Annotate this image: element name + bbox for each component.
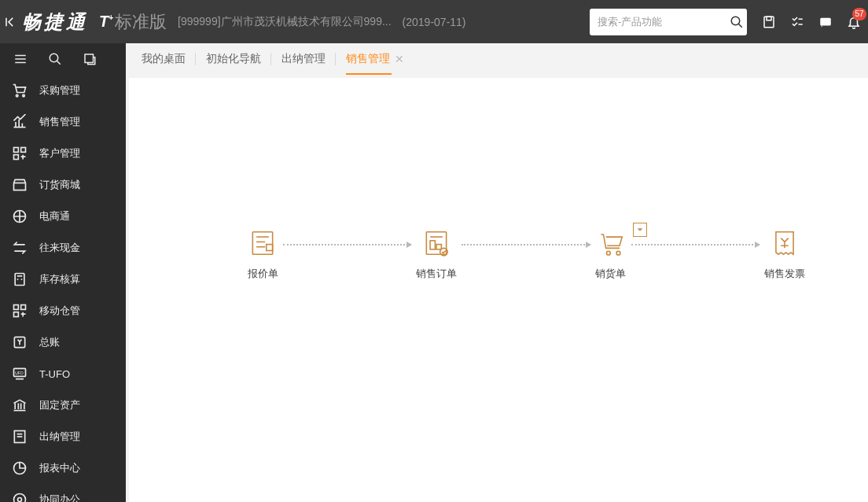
- flow-label: 销售发票: [764, 267, 805, 281]
- svg-rect-24: [21, 305, 26, 310]
- pie-icon: [11, 460, 28, 477]
- sidebar-item-label: 往来现金: [39, 241, 80, 255]
- message-icon[interactable]: [811, 0, 840, 43]
- store-icon: [11, 176, 28, 194]
- svg-rect-19: [15, 274, 24, 286]
- svg-line-1: [738, 24, 742, 28]
- sidebar-item-label: 报表中心: [39, 461, 80, 475]
- flow-dropdown-icon[interactable]: [633, 223, 647, 237]
- tab-init[interactable]: 初始化导航: [206, 43, 261, 75]
- receipt-icon: [11, 428, 28, 445]
- edition-t: T: [99, 13, 108, 30]
- tab-desktop[interactable]: 我的桌面: [142, 43, 186, 75]
- sidebar-item-sales[interactable]: 销售管理: [0, 106, 126, 138]
- svg-point-13: [16, 94, 18, 97]
- sidebar-item-label: 电商通: [39, 209, 70, 223]
- flow-node-delivery[interactable]: 销货单: [595, 227, 627, 281]
- sidebar-item-ecommerce[interactable]: 电商通: [0, 201, 126, 232]
- flow-label: 销售订单: [416, 267, 457, 281]
- company-name: [999999]广州市茂沃机械技术有限公司999...: [178, 15, 392, 29]
- flow-node-order[interactable]: 销售订单: [416, 227, 457, 281]
- quote-icon: [247, 227, 278, 259]
- search-nav-icon[interactable]: [47, 51, 63, 67]
- tab-sales[interactable]: 销售管理 ✕: [346, 43, 404, 75]
- sidebar-item-mobile-warehouse[interactable]: 移动仓管: [0, 295, 126, 327]
- sidebar-item-assets[interactable]: 固定资产: [0, 389, 126, 421]
- sidebar-item-label: 客户管理: [39, 146, 80, 161]
- expand-icon[interactable]: [82, 51, 97, 67]
- brand-logo: 畅捷通: [22, 9, 99, 35]
- app-header: 畅捷通 T+ 标准版 [999999]广州市茂沃机械技术有限公司999... (…: [0, 0, 868, 43]
- sidebar-item-ledger[interactable]: 总账: [0, 327, 126, 358]
- calculator-icon: [11, 271, 28, 288]
- svg-point-47: [616, 251, 620, 255]
- globe-icon: [11, 208, 28, 225]
- back-button[interactable]: [0, 0, 22, 43]
- exchange-icon: [11, 239, 28, 257]
- flow-arrow: [631, 244, 760, 245]
- flow-node-quote[interactable]: 报价单: [247, 227, 278, 281]
- sidebar-top-tools: [0, 43, 126, 75]
- notification-icon[interactable]: 57: [840, 0, 868, 43]
- close-icon[interactable]: ✕: [395, 53, 404, 65]
- notification-badge: 57: [852, 8, 866, 20]
- tab-label: 初始化导航: [206, 52, 261, 66]
- svg-line-11: [57, 61, 61, 65]
- svg-rect-6: [820, 17, 831, 25]
- svg-rect-15: [14, 148, 19, 153]
- svg-point-10: [50, 54, 58, 62]
- save-icon[interactable]: [755, 0, 783, 43]
- sales-flow: 报价单 销售订单 销货单: [247, 227, 805, 281]
- sidebar-item-cashier[interactable]: 出纳管理: [0, 421, 126, 452]
- flow-label: 报价单: [248, 267, 278, 281]
- chart-up-icon: [11, 113, 28, 131]
- svg-rect-17: [14, 155, 19, 160]
- sidebar-item-label: 出纳管理: [39, 430, 80, 444]
- sidebar-item-purchase[interactable]: 采购管理: [0, 75, 126, 106]
- sidebar-item-label: 订货商城: [39, 178, 80, 192]
- tab-label: 销售管理: [346, 52, 390, 66]
- sidebar-item-label: 移动仓管: [39, 304, 80, 318]
- delivery-cart-icon: [595, 227, 627, 259]
- sidebar-item-mall[interactable]: 订货商城: [0, 169, 126, 201]
- svg-point-14: [23, 94, 25, 97]
- flow-label: 销货单: [595, 267, 626, 281]
- sidebar-item-reports[interactable]: 报表中心: [0, 452, 126, 484]
- sidebar-item-customer[interactable]: 客户管理: [0, 138, 126, 169]
- svg-rect-3: [767, 17, 771, 20]
- sidebar-item-label: 采购管理: [39, 83, 80, 98]
- tab-label: 我的桌面: [142, 52, 186, 66]
- order-icon: [421, 227, 452, 259]
- svg-rect-2: [764, 17, 774, 28]
- cart-icon: [11, 82, 28, 99]
- sidebar-item-tufo[interactable]: UFO T-UFO: [0, 358, 126, 389]
- search-input[interactable]: [598, 16, 730, 28]
- ledger-icon: [11, 334, 28, 351]
- sidebar-item-label: T-UFO: [39, 368, 70, 380]
- svg-point-0: [731, 17, 740, 25]
- svg-rect-23: [14, 305, 19, 310]
- invoice-icon: [769, 227, 800, 259]
- sidebar-item-inventory[interactable]: 库存核算: [0, 264, 126, 295]
- svg-rect-43: [430, 241, 435, 249]
- edition-badge: T+: [99, 13, 115, 31]
- edition-plus: +: [108, 13, 113, 22]
- tab-cashier[interactable]: 出纳管理: [281, 43, 326, 75]
- svg-rect-16: [21, 148, 26, 153]
- sidebar-item-label: 库存核算: [39, 272, 80, 286]
- svg-rect-40: [267, 245, 273, 251]
- bank-icon: [11, 397, 28, 414]
- sidebar-item-label: 固定资产: [39, 398, 80, 412]
- search-box: [590, 9, 747, 35]
- flow-node-invoice[interactable]: 销售发票: [764, 227, 805, 281]
- svg-rect-12: [85, 54, 94, 63]
- sidebar-item-collab[interactable]: 协同办公: [0, 484, 126, 502]
- flow-arrow: [462, 244, 590, 245]
- tasks-icon[interactable]: [783, 0, 811, 43]
- panel-sales: 报价单 销售订单 销货单: [129, 78, 868, 502]
- sidebar-item-cashflow[interactable]: 往来现金: [0, 232, 126, 264]
- tabs-bar: 我的桌面 初始化导航 出纳管理 销售管理 ✕: [126, 43, 868, 75]
- search-button[interactable]: [730, 13, 744, 31]
- header-actions: 57: [755, 0, 868, 43]
- menu-icon[interactable]: [13, 51, 28, 67]
